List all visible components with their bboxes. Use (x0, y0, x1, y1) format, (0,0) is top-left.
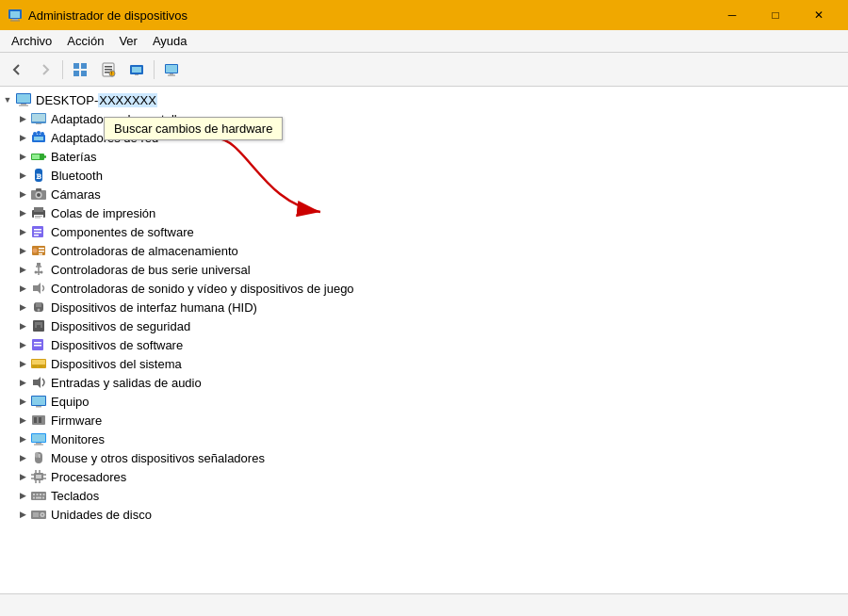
expand-icon[interactable]: ▶ (15, 413, 30, 428)
monitor-button[interactable] (158, 57, 185, 83)
adapter-icon (30, 111, 47, 126)
tree-item-equipo[interactable]: ▶ Equipo (0, 392, 848, 411)
close-button[interactable]: ✕ (797, 0, 840, 30)
svg-point-41 (37, 193, 41, 197)
svg-rect-51 (34, 235, 39, 236)
menu-ayuda[interactable]: Ayuda (145, 32, 195, 50)
tree-item-monitores[interactable]: ▶ Monitores (0, 430, 848, 448)
svg-rect-100 (37, 494, 39, 495)
svg-rect-101 (40, 494, 41, 495)
expand-icon[interactable]: ▶ (15, 337, 30, 352)
svg-rect-79 (34, 417, 37, 423)
svg-text:!: ! (111, 71, 112, 76)
tree-item-dispositivos-seguridad[interactable]: ▶ Dispositivos de seguridad (0, 316, 848, 335)
tooltip: Buscar cambios de hardware (104, 117, 283, 140)
view-button[interactable] (67, 57, 93, 83)
label-camaras: Cámaras (51, 187, 101, 202)
tree-item-controladoras-almacenamiento[interactable]: ▶ Controladoras de almacenamiento (0, 241, 848, 260)
label-controladoras-sonido: Controladoras de sonido y vídeo y dispos… (51, 282, 354, 296)
label-dispositivos-sistema: Dispositivos del sistema (51, 357, 182, 371)
tree-item-teclados[interactable]: ▶ Teclados (0, 486, 848, 505)
properties-button[interactable]: ! (95, 57, 122, 83)
tree-item-colas-impresion[interactable]: ▶ Colas de impresión (0, 203, 848, 222)
tree-item-procesadores[interactable]: ▶ Procesadores (0, 467, 848, 486)
tree-item-controladoras-bus[interactable]: ▶ Controladoras de bus serie universal (0, 260, 848, 279)
expand-icon[interactable]: ▶ (15, 300, 30, 315)
usb-controller-icon (30, 262, 47, 277)
tree-item-controladoras-sonido[interactable]: ▶ Controladoras de sonido y vídeo y disp… (0, 279, 848, 298)
view-icon (73, 62, 88, 77)
svg-rect-42 (36, 188, 41, 191)
menu-archivo[interactable]: Archivo (4, 32, 59, 50)
svg-point-58 (41, 271, 43, 274)
tree-item-mouse[interactable]: ▶ Mouse y otros dispositivos señaladores (0, 448, 848, 467)
expand-icon[interactable]: ▶ (15, 356, 30, 371)
forward-icon (38, 62, 53, 77)
expand-icon[interactable]: ▶ (15, 262, 30, 277)
forward-button[interactable] (32, 57, 58, 83)
toolbar-sep-1 (62, 60, 63, 79)
tree-item-componentes-software[interactable]: ▶ Componentes de software (0, 222, 848, 241)
tree-item-bluetooth[interactable]: ▶ ʙ Bluetooth (0, 166, 848, 185)
expand-icon[interactable]: ▶ (15, 394, 30, 409)
svg-rect-1 (10, 11, 20, 18)
expand-icon[interactable]: ▶ (15, 149, 30, 164)
expand-icon[interactable]: ▶ (15, 469, 30, 484)
svg-rect-55 (39, 251, 44, 252)
label-controladoras-almacenamiento: Controladoras de almacenamiento (51, 244, 238, 258)
expand-icon[interactable]: ▶ (15, 168, 30, 183)
svg-rect-9 (105, 66, 112, 68)
expand-icon[interactable]: ▶ (15, 243, 30, 258)
root-label: DESKTOP-XXXXXXX (36, 93, 157, 107)
svg-rect-28 (36, 123, 41, 124)
tree-item-camaras[interactable]: ▶ Cámaras (0, 185, 848, 203)
tree-item-dispositivos-software[interactable]: ▶ Dispositivos de software (0, 335, 848, 354)
tree-item-dispositivos-hid[interactable]: ▶ Dispositivos de interfaz humana (HID) (0, 298, 848, 316)
svg-rect-20 (168, 74, 175, 75)
svg-rect-25 (19, 105, 28, 106)
back-button[interactable] (4, 57, 30, 83)
app-icon (8, 8, 23, 23)
svg-rect-36 (32, 154, 40, 159)
tree-item-unidades-disco[interactable]: ▶ Unidades de disco (0, 505, 848, 524)
tree-item-dispositivos-sistema[interactable]: ▶ Dispositivos del sistema (0, 354, 848, 373)
tree-root-item[interactable]: ▼ DESKTOP-XXXXXXX (0, 90, 848, 109)
svg-rect-69 (34, 345, 41, 347)
expand-icon[interactable]: ▶ (15, 375, 30, 390)
label-teclados: Teclados (51, 489, 99, 503)
expand-icon[interactable]: ▶ (15, 318, 30, 333)
disk-icon (30, 507, 47, 522)
tree-item-baterias[interactable]: ▶ Baterías (0, 147, 848, 166)
expand-icon[interactable]: ▶ (15, 450, 30, 465)
bluetooth-icon: ʙ (30, 168, 47, 183)
svg-text:ʙ: ʙ (36, 170, 41, 181)
expand-icon[interactable]: ▶ (15, 111, 30, 126)
svg-rect-82 (32, 434, 45, 442)
menu-accion[interactable]: Acción (59, 32, 111, 50)
svg-rect-49 (34, 229, 41, 231)
hid-icon (30, 300, 47, 315)
svg-rect-7 (81, 71, 87, 76)
svg-point-63 (38, 309, 41, 312)
tree-panel[interactable]: Buscar cambios de hardware ▼ (0, 87, 848, 593)
toolbar: ! (0, 53, 848, 87)
expand-icon[interactable]: ▶ (15, 130, 30, 145)
expand-icon[interactable]: ▶ (15, 224, 30, 239)
root-expand-icon[interactable]: ▼ (0, 92, 15, 107)
expand-icon[interactable]: ▶ (15, 205, 30, 220)
menu-ver[interactable]: Ver (111, 32, 145, 50)
maximize-button[interactable]: □ (754, 0, 797, 30)
tree-item-entradas-audio[interactable]: ▶ Entradas y salidas de audio (0, 373, 848, 392)
expand-icon[interactable]: ▶ (15, 281, 30, 296)
minimize-button[interactable]: ─ (710, 0, 754, 30)
scan-hardware-button[interactable] (123, 57, 150, 83)
expand-icon[interactable]: ▶ (15, 507, 30, 522)
printer-queue-icon (30, 205, 47, 220)
expand-icon[interactable]: ▶ (15, 488, 30, 503)
expand-icon[interactable]: ▶ (15, 431, 30, 446)
expand-icon[interactable]: ▶ (15, 186, 30, 202)
label-entradas-audio: Entradas y salidas de audio (51, 376, 202, 390)
status-bar (0, 593, 848, 616)
tree-item-firmware[interactable]: ▶ Firmware (0, 411, 848, 430)
storage-controller-icon (30, 243, 47, 258)
